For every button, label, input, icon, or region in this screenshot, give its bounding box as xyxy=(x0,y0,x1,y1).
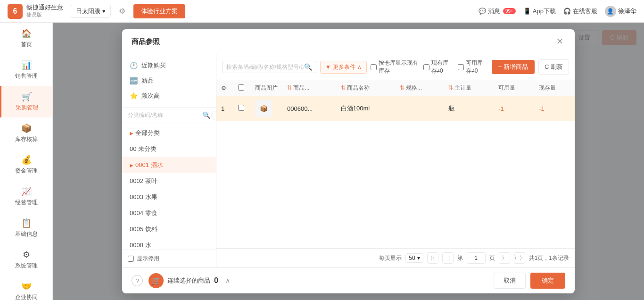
sidebar-item-inventory[interactable]: 📦 库存核算 xyxy=(0,117,52,149)
toolbar-right: + 新增商品 C 刷新 xyxy=(492,59,569,75)
refresh-button[interactable]: C 刷新 xyxy=(538,59,569,75)
message-icon: 💬 xyxy=(479,8,486,15)
page-unit: 页 xyxy=(489,254,495,262)
category-search-input[interactable] xyxy=(128,112,199,118)
sidebar-item-sales[interactable]: 📊 销售管理 xyxy=(0,54,52,86)
sidebar-item-finance[interactable]: 💰 资金管理 xyxy=(0,149,52,181)
sidebar-item-purchase[interactable]: 🛒 采购管理 xyxy=(0,86,52,117)
more-filter-btn[interactable]: ▼ 更多条件 ∧ xyxy=(320,61,367,74)
footer-collapse-btn[interactable]: ∧ xyxy=(222,275,233,286)
category-search-icon[interactable]: 🔍 xyxy=(202,111,210,119)
prev-page-btn[interactable]: 〈 xyxy=(442,252,454,264)
category-label-1: 0001 酒水 xyxy=(135,161,163,169)
filter-label: 更多条件 xyxy=(333,63,355,71)
category-search[interactable]: 🔍 xyxy=(122,108,216,123)
system-icon: ⚙ xyxy=(23,250,30,260)
last-page-btn[interactable]: 〉〉 xyxy=(514,252,525,264)
product-table-wrap: ⚙ 商品图片 xyxy=(216,80,575,248)
page-number-input[interactable] xyxy=(467,252,486,264)
finance-icon: 💰 xyxy=(21,155,32,165)
warehouse-stock-checkbox[interactable] xyxy=(371,64,377,70)
modal-close-button[interactable]: ✕ xyxy=(554,36,565,47)
nav-select-text: 日太阳膜 xyxy=(76,7,100,16)
current-stock-checkbox[interactable] xyxy=(423,64,429,70)
show-disabled-label[interactable]: 显示停用 xyxy=(137,255,159,263)
product-search-icon[interactable]: 🔍 xyxy=(304,63,312,71)
current-stock-filter[interactable]: 现有库存≠0 xyxy=(423,59,454,75)
product-code: 000600... xyxy=(287,105,313,112)
th-checkbox[interactable] xyxy=(233,80,250,96)
available-stock-filter[interactable]: 可用库存≠0 xyxy=(458,59,488,75)
sidebar-item-system[interactable]: ⚙ 系统管理 xyxy=(0,244,52,275)
clock-icon: 🕐 xyxy=(130,62,138,69)
available-stock-checkbox[interactable] xyxy=(458,64,464,70)
sidebar-label-operations: 经营管理 xyxy=(15,199,38,207)
row-checkbox[interactable] xyxy=(238,105,244,111)
product-search-input[interactable] xyxy=(226,64,304,70)
download-icon: 📱 xyxy=(523,8,531,15)
category-item-4[interactable]: 0004 零食 xyxy=(122,205,216,221)
sort-icon-unit: ⇅ xyxy=(448,84,453,91)
sidebar-label-system: 系统管理 xyxy=(15,262,38,270)
trial-button[interactable]: 体验行业方案 xyxy=(133,4,185,18)
nav-select[interactable]: 日太阳膜 ▾ xyxy=(71,5,111,18)
category-item-6[interactable]: 0008 水 xyxy=(122,237,216,250)
sidebar-item-enterprise[interactable]: 🤝 企业协同 xyxy=(0,275,52,300)
main-layout: 🏠 首页 📊 销售管理 🛒 采购管理 📦 库存核算 💰 资金管理 📈 经营管理 … xyxy=(0,23,644,300)
sort-icon-spec: ⇅ xyxy=(400,84,405,91)
help-icon-btn[interactable]: ? xyxy=(132,275,143,286)
product-image: 📦 xyxy=(255,100,272,117)
category-item-0[interactable]: 00 未分类 xyxy=(122,141,216,157)
show-disabled-checkbox[interactable] xyxy=(128,256,134,262)
messages-btn[interactable]: 💬 消息 99+ xyxy=(479,7,516,16)
cancel-button[interactable]: 取消 xyxy=(494,273,526,289)
sidebar-label-home: 首页 xyxy=(21,41,32,49)
th-spec[interactable]: ⇅ 规格... xyxy=(395,80,444,96)
page-total: 共1页，1条记录 xyxy=(529,254,569,262)
quick-filter-new[interactable]: 🆕 新品 xyxy=(122,73,216,88)
product-name: 白酒100ml xyxy=(341,105,370,112)
th-unit[interactable]: ⇅ 主计量 xyxy=(444,80,494,96)
category-label-0: 00 未分类 xyxy=(130,145,157,153)
sidebar-item-basic-info[interactable]: 📋 基础信息 xyxy=(0,212,52,244)
next-page-btn[interactable]: 〉 xyxy=(499,252,510,264)
top-nav: 6 畅捷通好生意 捷员版 日太阳膜 ▾ ⚙ 体验行业方案 💬 消息 99+ 📱 … xyxy=(0,0,644,23)
sidebar-item-home[interactable]: 🏠 首页 xyxy=(0,23,52,54)
row-index: 1 xyxy=(216,96,233,121)
left-bottom: 显示停用 xyxy=(122,250,216,267)
sidebar-item-operations[interactable]: 📈 经营管理 xyxy=(0,181,52,212)
home-icon: 🏠 xyxy=(21,28,32,39)
select-all-checkbox[interactable] xyxy=(238,84,244,91)
category-item-2[interactable]: 0002 茶叶 xyxy=(122,173,216,189)
warehouse-stock-filter[interactable]: 按仓库显示现有库存 xyxy=(371,59,419,75)
gear-icon[interactable]: ⚙ xyxy=(115,4,130,19)
category-item-all[interactable]: ▶ 全部分类 xyxy=(122,125,216,141)
table-header-row: ⚙ 商品图片 xyxy=(216,80,575,96)
per-page-select[interactable]: 50 ▾ xyxy=(405,253,423,263)
confirm-button[interactable]: 确定 xyxy=(530,273,565,289)
category-label-4: 0004 零食 xyxy=(130,209,157,217)
category-item-5[interactable]: 0005 饮料 xyxy=(122,221,216,237)
filter-conditions: 按仓库显示现有库存 现有库存≠0 可用库存≠0 xyxy=(371,59,488,75)
online-service-btn[interactable]: 🎧 在线客服 xyxy=(563,7,597,16)
th-settings[interactable]: ⚙ xyxy=(216,80,233,96)
cart-icon-btn[interactable]: 🛒 xyxy=(149,273,164,288)
category-item-1[interactable]: ▶ 0001 酒水 xyxy=(122,157,216,173)
first-page-btn[interactable]: ⟨⟨ xyxy=(427,252,438,264)
quick-filter-recent[interactable]: 🕐 近期购买 xyxy=(122,58,216,73)
category-item-3[interactable]: 0003 水果 xyxy=(122,189,216,205)
user-area[interactable]: 👤 徐泽华 xyxy=(605,6,636,17)
th-name[interactable]: ⇅ 商品名称 xyxy=(336,80,395,96)
th-code[interactable]: ⇅ 商品... xyxy=(282,80,336,96)
purchase-icon: 🛒 xyxy=(22,92,32,102)
table-row[interactable]: 1 📦 xyxy=(216,96,575,121)
row-spec-cell xyxy=(395,96,444,121)
add-product-button[interactable]: + 新增商品 xyxy=(492,60,535,74)
row-checkbox-cell[interactable] xyxy=(233,96,250,121)
product-search-wrap[interactable]: 🔍 xyxy=(222,61,316,73)
app-download-btn[interactable]: 📱 App下载 xyxy=(523,7,556,16)
product-table: ⚙ 商品图片 xyxy=(216,80,575,121)
row-code-cell: 000600... xyxy=(282,96,336,121)
quick-filter-frequent[interactable]: ⭐ 频次高 xyxy=(122,88,216,103)
th-stock: 现存量 xyxy=(534,80,575,96)
